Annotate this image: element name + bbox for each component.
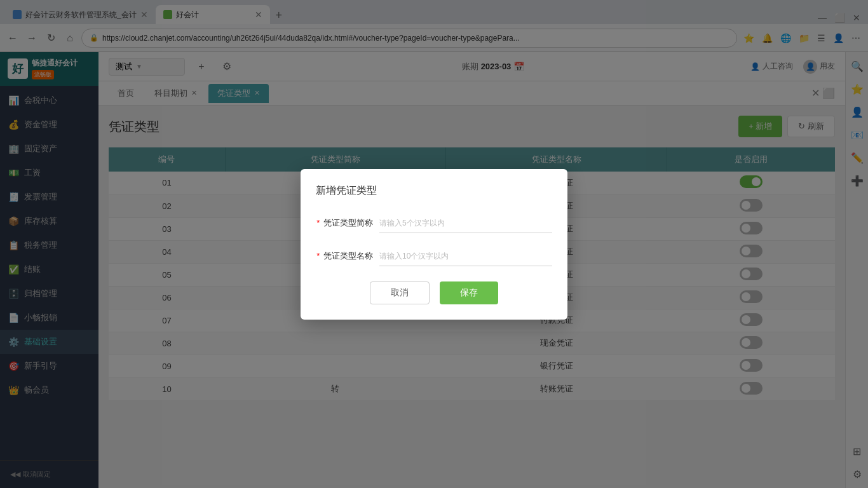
name-input[interactable] [379,246,552,266]
modal-overlay[interactable]: 新增凭证类型 * 凭证类型简称 * 凭证类型名称 取消 保存 [0,0,868,488]
abbr-input[interactable] [379,213,552,233]
abbr-field: * 凭证类型简称 [316,213,552,233]
modal-title: 新增凭证类型 [316,184,552,198]
save-button[interactable]: 保存 [440,281,498,304]
name-field: * 凭证类型名称 [316,246,552,266]
abbr-required-mark: * [316,218,320,227]
name-required-mark: * [316,251,320,261]
name-label: * 凭证类型名称 [316,250,379,262]
cancel-button[interactable]: 取消 [370,281,430,304]
abbr-label: * 凭证类型简称 [316,217,379,229]
modal-dialog: 新增凭证类型 * 凭证类型简称 * 凭证类型名称 取消 保存 [301,169,567,320]
modal-actions: 取消 保存 [316,281,552,304]
